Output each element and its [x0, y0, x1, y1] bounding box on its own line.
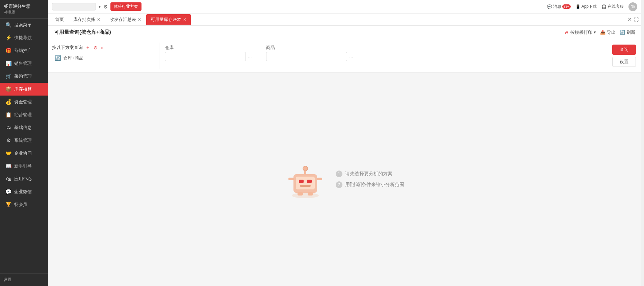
page-actions: 🖨 按模板打印 ▾ 📤 导出 🔄 刷新 [565, 29, 635, 35]
svg-rect-5 [300, 185, 311, 187]
right-scrollbar[interactable] [641, 0, 644, 286]
empty-num-1: 1 [336, 171, 342, 177]
sidebar-label-sales: 销售管理 [14, 60, 32, 67]
topbar-industry-button[interactable]: 体验行业方案 [110, 2, 141, 11]
sidebar-item-finance[interactable]: 💰资金管理 [0, 96, 48, 108]
app-version: 标准版 [4, 9, 44, 15]
tab-close-available-ledger[interactable]: ✕ [183, 18, 186, 22]
sidebar-item-sales[interactable]: 📊销售管理 [0, 57, 48, 70]
sidebar-label-operations: 经营管理 [14, 112, 32, 118]
avatar[interactable]: Rit [628, 2, 637, 11]
sidebar-icon-enterprise: 🤝 [5, 150, 11, 156]
message-label: 消息 [553, 4, 561, 9]
sidebar-item-basic[interactable]: 🗂基础信息 [0, 121, 48, 134]
print-action[interactable]: 🖨 按模板打印 ▾ [565, 29, 596, 35]
tab-label-batch-account: 库存批次账 [73, 17, 95, 23]
tab-batch-account[interactable]: 库存批次账✕ [69, 14, 105, 25]
tab-close-batch-account[interactable]: ✕ [97, 18, 100, 22]
topbar-message[interactable]: 💬 消息 99+ [547, 4, 571, 9]
sidebar-item-member[interactable]: 🏆畅会员 [0, 198, 48, 211]
avatar-label: Rit [628, 2, 637, 11]
sidebar-item-shortcut[interactable]: ⚡快捷导航 [0, 31, 48, 44]
settings-button[interactable]: 设置 [612, 57, 636, 67]
filter-product-more-button[interactable]: ··· [349, 54, 353, 59]
scheme-item-warehouse-product[interactable]: 🔄仓库+商品 [52, 53, 155, 63]
refresh-action[interactable]: 🔄 刷新 [620, 29, 635, 35]
sidebar-item-operations[interactable]: 📋经营管理 [0, 108, 48, 121]
topbar-dropdown-button[interactable]: ▾ [99, 4, 101, 9]
sidebar-label-basic: 基础信息 [14, 125, 32, 131]
filter-product-field: 商品 ··· [266, 45, 361, 61]
filter-section: 按以下方案查询 ＋ ⊙ « 🔄仓库+商品 仓库 ··· 商品 [48, 39, 641, 73]
sidebar-item-wxwork[interactable]: 💬企业微信 [0, 185, 48, 198]
topbar: ▾ ⚙ 体验行业方案 💬 消息 99+ 📱 App下载 🎧 在线客服 Rit [48, 0, 641, 14]
tab-home[interactable]: 首页 [51, 14, 68, 25]
refresh-label: 刷新 [626, 29, 635, 35]
sidebar-item-search[interactable]: 🔍搜索菜单 [0, 19, 48, 31]
sidebar-footer[interactable]: 设置 [0, 273, 48, 286]
sidebar-item-purchase[interactable]: 🛒采购管理 [0, 70, 48, 83]
tabs-expand-button[interactable]: ⛶ [634, 17, 639, 22]
empty-illustration [285, 159, 326, 200]
svg-rect-3 [299, 180, 304, 183]
filter-warehouse-more-button[interactable]: ··· [248, 54, 252, 59]
app-name: 畅康通好生意 [4, 3, 44, 9]
sidebar-item-appstore[interactable]: 🛍应用中心 [0, 173, 48, 185]
svg-point-0 [292, 193, 319, 198]
topbar-support[interactable]: 🎧 在线客服 [601, 4, 624, 9]
sidebar-item-newbie[interactable]: 📖新手引导 [0, 160, 48, 173]
sidebar-icon-system: ⚙ [5, 137, 11, 144]
query-button[interactable]: 查询 [612, 45, 636, 55]
filter-add-scheme-button[interactable]: ＋ [85, 45, 91, 51]
tab-close-recv-summary[interactable]: ✕ [138, 18, 141, 22]
empty-hint-2: 2 用[过滤]条件来缩小分析范围 [336, 181, 405, 188]
svg-rect-2 [296, 177, 315, 189]
sidebar-label-marketing: 营销推广 [14, 48, 32, 54]
tab-label-recv-summary: 收发存汇总表 [110, 17, 136, 23]
query-actions: 查询 设置 [607, 43, 641, 69]
filter-product-input[interactable] [266, 52, 347, 61]
topbar-app-download[interactable]: 📱 App下载 [575, 4, 597, 9]
tab-recv-summary[interactable]: 收发存汇总表✕ [105, 14, 146, 25]
tab-available-ledger[interactable]: 可用量库存账本✕ [146, 14, 191, 25]
tabs-actions: ✕ ⛶ [627, 16, 639, 23]
sidebar-icon-marketing: 🎁 [5, 48, 11, 54]
sidebar-icon-member: 🏆 [5, 202, 11, 208]
filter-scheme-header: 按以下方案查询 ＋ ⊙ « [52, 45, 155, 51]
sidebar-icon-search: 🔍 [5, 22, 11, 28]
sidebar-footer-label: 设置 [3, 277, 11, 282]
filter-collapse-button[interactable]: « [100, 45, 104, 50]
filter-left: 按以下方案查询 ＋ ⊙ « 🔄仓库+商品 [48, 43, 159, 69]
app-logo: 畅康通好生意 标准版 [0, 0, 48, 19]
tabs-close-button[interactable]: ✕ [627, 16, 632, 23]
filter-warehouse-row: ··· [165, 52, 259, 61]
refresh-icon: 🔄 [620, 30, 625, 35]
export-label: 导出 [607, 29, 616, 35]
empty-hint-2-text: 用[过滤]条件来缩小分析范围 [345, 182, 405, 188]
sidebar-item-system[interactable]: ⚙系统管理 [0, 134, 48, 147]
filter-setting-button[interactable]: ⊙ [93, 45, 98, 50]
svg-rect-9 [317, 178, 322, 180]
export-action[interactable]: 📤 导出 [600, 29, 616, 35]
export-icon: 📤 [600, 30, 606, 35]
empty-hint-1-text: 请先选择要分析的方案 [345, 171, 392, 177]
sidebar-icon-newbie: 📖 [5, 163, 11, 169]
message-badge: 99+ [562, 4, 571, 9]
sidebar-icon-finance: 💰 [5, 99, 11, 105]
tab-label-available-ledger: 可用量库存账本 [151, 17, 181, 23]
page-header: 可用量查询(按仓库+商品) 🖨 按模板打印 ▾ 📤 导出 🔄 刷新 [48, 26, 641, 39]
svg-rect-8 [288, 178, 294, 180]
sidebar-item-inventory[interactable]: 📦库存核算 [0, 83, 48, 96]
sidebar-icon-operations: 📋 [5, 112, 11, 118]
sidebar-item-marketing[interactable]: 🎁营销推广 [0, 44, 48, 57]
topbar-gear-button[interactable]: ⚙ [103, 4, 108, 10]
support-label: 在线客服 [608, 4, 624, 9]
sidebar-icon-shortcut: ⚡ [5, 35, 11, 41]
topbar-search-input[interactable] [52, 3, 96, 10]
filter-warehouse-label: 仓库 [165, 45, 259, 51]
filter-right: 仓库 ··· 商品 ··· [159, 43, 607, 69]
sidebar-item-enterprise[interactable]: 🤝企业协同 [0, 147, 48, 160]
sidebar-label-finance: 资金管理 [14, 99, 32, 105]
app-download-label: App下载 [582, 4, 597, 9]
filter-warehouse-input[interactable] [165, 52, 246, 61]
